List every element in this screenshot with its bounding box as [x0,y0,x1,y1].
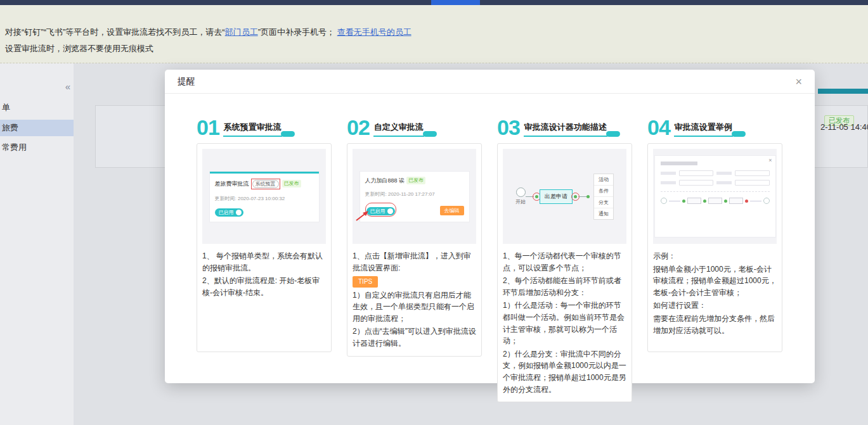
mini-close-icon: × [768,157,772,163]
text-line: 需要在流程前先增加分支条件，然后增加对应活动就可以。 [653,313,777,336]
mini-field-label [716,172,732,175]
preset-tag: 系统预置 [252,180,279,188]
section-04-text: 示例： 报销单金额小于1000元，老板-会计审核流程；报销单金额超过1000元，… [653,250,777,336]
mini-field-label [661,172,676,175]
mini-flow-card: 差旅费审批流 系统预置 已发布 更新时间: 2020-07-23 10:00:3… [209,171,320,222]
mini-updated-time: 更新时间: 2020-11-20 17:27:07 [365,191,464,198]
screen: 对接“钉钉”“飞书”等平台时，设置审批流若找不到员工，请去“部门员工”页面中补录… [0,0,868,425]
section-01-card: 差旅费审批流 系统预置 已发布 更新时间: 2020-07-23 10:00:3… [197,143,332,352]
preset-flow-thumbnail: 差旅费审批流 系统预置 已发布 更新时间: 2020-07-23 10:00:3… [202,149,326,244]
enabled-toggle: 已启用 [366,207,395,215]
mini-published-badge: 已发布 [406,177,425,184]
mini-field-label [716,181,732,184]
mini-flow-row: 差旅费审批流 系统预置 已发布 [215,179,314,189]
go-edit-button[interactable]: 去编辑 [440,206,464,215]
section-title: 系统预置审批流 [223,122,282,137]
text-line: 报销单金额小于1000元，老板-会计审核流程；报销单金额超过1000元，老板-会… [653,263,777,299]
toggle-knob [236,210,242,215]
mini-divider [661,191,770,192]
mini-field-label [661,181,676,184]
flow-start-node: 开始 [515,187,526,205]
enabled-toggle-label: 已启用 [219,209,234,216]
toggle-annotation-wrap: 已启用 [365,203,396,217]
section-number: 02 [347,118,370,137]
section-01-header: 01 系统预置审批流 [197,117,332,137]
text-line: 1、 每个报销单类型，系统会有默认的报销审批流。 [202,250,326,274]
mini-published-badge: 已发布 [282,180,301,187]
modal-body: 01 系统预置审批流 差旅费审批流 系统预置 已发布 更新时 [165,94,815,402]
red-highlight-box: 系统预置 [251,179,280,189]
example-thumbnail: × [653,149,777,244]
title-accent-shape [606,131,620,137]
activity-node: 出差申请 [540,189,573,204]
text-line: 2、每个活动都能在当前环节前或者环节后增加活动和分支： [503,275,626,298]
mini-designer-page: × [654,155,776,238]
text-line: 2）点击“去编辑”可以进入到审批流设计器进行编辑。 [353,326,476,349]
section-number: 01 [197,118,219,137]
title-accent-shape [423,131,437,137]
designer-thumbnail: 开始 出差申请 活动 条件 分支 [503,149,626,244]
reminder-modal: 提醒 × 01 系统预置审批流 差旅费审批流 系 [165,70,815,383]
mini-end-circle [763,198,770,204]
mini-flow-name: 差旅费审批流 [215,180,249,188]
mini-input [679,170,714,176]
section-number: 03 [497,118,520,137]
mini-flow-row: 人力加白888 诶 已发布 [365,177,464,185]
section-title: 审批流设置举例 [674,122,733,137]
mini-flow-name: 人力加白888 诶 [365,177,405,185]
section-02-card: 人力加白888 诶 已发布 更新时间: 2020-11-20 17:27:07 … [347,143,482,357]
mini-teal-bar [210,172,319,174]
mini-red-dot [745,200,748,203]
connector-dot [574,195,577,198]
mini-form-fields [661,170,770,186]
text-line: 1）自定义的审批流只有启用后才能生效，且一个单据类型只能有一个启用的审批流程； [353,289,476,325]
start-circle [516,187,526,197]
mini-flow-diagram [661,198,770,204]
modal-title: 提醒 [178,76,195,87]
mini-activity-node [708,198,722,204]
mini-green-dot [703,200,706,203]
section-02: 02 自定义审批流 人力加白888 诶 已发布 更新时间: 2020-11-20… [347,117,482,402]
toggle-knob [387,208,393,214]
text-line: 示例： [653,250,777,262]
text-line: 1）什么是活动：每一个审批的环节都叫做一个活动。例如当前环节是会计主管审核，那就… [503,300,626,346]
text-line: 如何进行设置： [653,300,777,312]
connector-dot [535,195,538,198]
mini-start-circle [661,198,667,204]
title-accent-shape [281,131,295,137]
flow-diagram: 开始 出差申请 活动 条件 分支 [515,174,614,220]
text-line: 1、点击【新增审批流】，进入到审批流设置界面: [353,250,476,274]
section-title: 自定义审批流 [373,122,424,137]
text-line: 1、每一个活动都代表一个审核的节点，可以设置多个节点； [503,250,626,274]
section-04: 04 审批流设置举例 × [647,117,782,402]
panel-item-branch: 分支 [594,197,613,208]
custom-flow-thumbnail: 人力加白888 诶 已发布 更新时间: 2020-11-20 17:27:07 … [353,149,476,244]
start-label: 开始 [515,198,526,205]
mini-connector [669,201,680,201]
panel-item-notify: 通知 [594,208,613,219]
designer-tool-panel: 活动 条件 分支 通知 [593,174,614,220]
mini-activity-node [687,198,701,204]
tips-badge: TIPS [353,276,378,288]
mini-green-dot [724,200,727,203]
section-number: 04 [647,118,670,137]
close-icon[interactable]: × [795,76,802,87]
section-03-header: 03 审批流设计器功能描述 [497,117,632,137]
section-03-text: 1、每一个活动都代表一个审核的节点，可以设置多个节点； 2、每个活动都能在当前环… [503,250,626,395]
section-02-header: 02 自定义审批流 [347,117,482,137]
mini-input [735,170,770,176]
red-arrow-icon [355,209,370,224]
panel-item-condition: 条件 [594,186,613,197]
mini-updated-time: 更新时间: 2020-07-23 10:00:32 [215,195,314,202]
section-title: 审批流设计器功能描述 [524,122,607,137]
section-01: 01 系统预置审批流 差旅费审批流 系统预置 已发布 更新时 [197,117,332,402]
mini-flow-card: 人力加白888 诶 已发布 更新时间: 2020-11-20 17:27:07 … [360,171,470,222]
modal-header: 提醒 × [165,70,815,94]
enabled-toggle: 已启用 [215,208,243,217]
mini-connector [750,201,761,201]
connector-line [578,196,586,197]
section-02-text: 1、点击【新增审批流】，进入到审批流设置界面: TIPS 1）自定义的审批流只有… [353,250,476,350]
connector-dot [586,195,590,198]
text-line: 2）什么是分支：审批流中不同的分支，例如报销单金额1000元以内是一个审批流程；… [503,348,626,395]
text-line: 2、默认的审批流程是: 开始-老板审核-会计审核-结束。 [202,275,326,298]
